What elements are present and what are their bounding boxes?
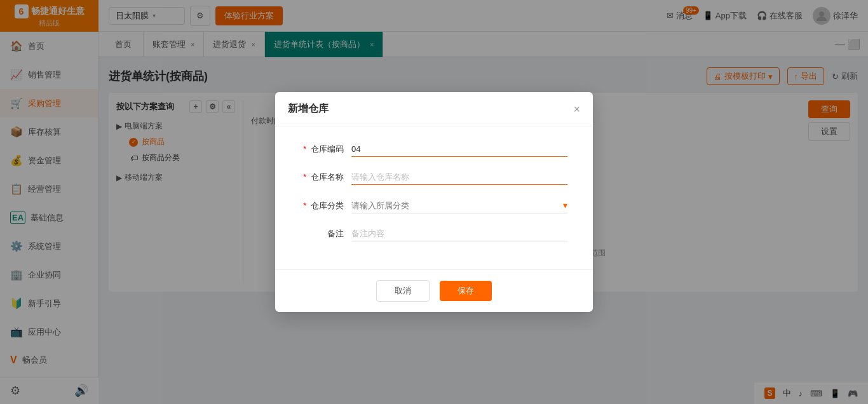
modal-footer: 取消 保存 — [275, 269, 593, 312]
modal-body: 仓库编码 仓库名称 仓库分类 ▾ — [275, 126, 593, 269]
modal-new-warehouse: 新增仓库 × 仓库编码 仓库名称 仓库分类 — [275, 92, 593, 312]
form-row-remark: 备注 — [301, 226, 567, 241]
category-select-row: ▾ — [351, 198, 567, 213]
name-input[interactable] — [351, 170, 567, 185]
form-row-name: 仓库名称 — [301, 170, 567, 185]
category-input[interactable] — [351, 201, 563, 210]
code-label: 仓库编码 — [301, 144, 351, 155]
modal-title: 新增仓库 — [288, 102, 329, 116]
form-row-category: 仓库分类 ▾ — [301, 198, 567, 213]
remark-label: 备注 — [301, 228, 351, 239]
modal-header: 新增仓库 × — [275, 92, 593, 126]
modal-close-button[interactable]: × — [573, 104, 580, 115]
cancel-button[interactable]: 取消 — [376, 280, 430, 302]
code-input[interactable] — [351, 142, 567, 157]
remark-input[interactable] — [351, 226, 567, 241]
modal-overlay[interactable]: 新增仓库 × 仓库编码 仓库名称 仓库分类 — [0, 0, 868, 404]
form-row-code: 仓库编码 — [301, 142, 567, 157]
name-label: 仓库名称 — [301, 172, 351, 183]
category-label: 仓库分类 — [301, 200, 351, 212]
save-button[interactable]: 保存 — [440, 281, 492, 301]
category-chevron-icon[interactable]: ▾ — [563, 200, 567, 210]
